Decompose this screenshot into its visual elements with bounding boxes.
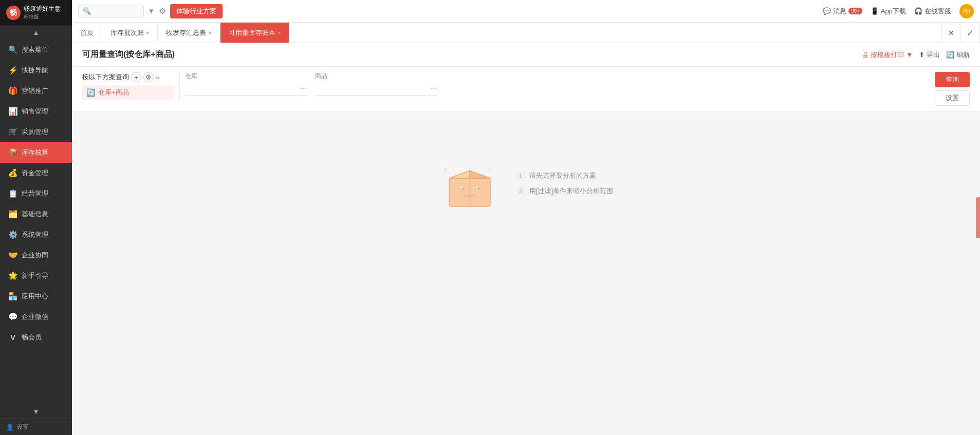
printer-icon: 🖨 [862,51,868,59]
right-scrollbar[interactable] [976,197,980,238]
sidebar-item-marketing[interactable]: 🎁 营销推广 [0,81,72,101]
page-content: 可用量查询(按仓库+商品) 🖨 按模板打印 ▼ ⬆ 导出 🔄 刷新 [72,43,980,435]
add-scheme-button[interactable]: + [131,72,141,82]
empty-tip-2: 2 用[过滤]条件来缩小分析范围 [516,186,613,196]
app-label: App下载 [881,7,906,16]
sidebar-item-inventory[interactable]: 📦 库存核算 [0,142,72,163]
tab-available-label: 可用量库存账本 [229,28,275,37]
filter-actions: 查询 设置 [935,72,970,106]
expand-button[interactable]: ⤢ [961,23,980,43]
sidebar-item-label: 库存核算 [22,148,48,157]
sidebar-item-sales[interactable]: 📊 销售管理 [0,101,72,122]
sidebar-item-system[interactable]: ⚙️ 系统管理 [0,224,72,245]
tabs-bar: 首页 库存批次账 × 收发存汇总表 × 可用量库存账本 × ✕ ⤢ [72,23,980,43]
sales-icon: 📊 [8,107,17,116]
headset-icon: 🎧 [914,7,922,15]
user-menu[interactable]: Rit [959,4,974,18]
search-box[interactable]: 🔍 [78,5,144,17]
sidebar-item-operations[interactable]: 📋 经营管理 [0,183,72,204]
message-badge[interactable]: 💬 消息 99+ [823,7,862,16]
sidebar-scroll-up[interactable]: ▲ [0,26,72,40]
sidebar-item-search[interactable]: 🔍 搜索菜单 [0,40,72,60]
topbar: 🔍 ▼ ⚙ 体验行业方案 💬 消息 99+ 📱 App下载 🎧 在线客服 Rit [72,0,980,23]
message-count: 99+ [848,8,862,14]
topbar-actions: 💬 消息 99+ 📱 App下载 🎧 在线客服 Rit [823,4,974,18]
tip-text-1: 请先选择要分析的方案 [529,171,596,180]
message-icon: 💬 [823,7,831,15]
sidebar-item-label: 企业协同 [22,251,48,260]
product-input[interactable] [315,85,428,92]
tabs-right-actions: ✕ ⤢ [941,23,980,43]
svg-text:?: ? [443,166,447,175]
operations-icon: 📋 [8,189,17,198]
sidebar-item-basic[interactable]: 🗂️ 基础信息 [0,204,72,224]
sidebar-item-finance[interactable]: 💰 资金管理 [0,163,72,183]
sidebar-item-wechat[interactable]: 💬 企业微信 [0,307,72,327]
sidebar-item-member[interactable]: V 畅会员 [0,327,72,348]
appstore-icon: 🏪 [8,292,17,301]
sidebar-scroll-down[interactable]: ▼ [0,405,72,419]
tab-batch-account[interactable]: 库存批次账 × [102,23,158,43]
avatar: Rit [959,4,974,18]
manage-scheme-button[interactable]: ⚙ [143,72,154,82]
sidebar-item-label: 快捷导航 [22,66,48,75]
sidebar-item-shortcut[interactable]: ⚡ 快捷导航 [0,60,72,81]
template-print-button[interactable]: 🖨 按模板打印 ▼ [862,50,913,60]
sidebar-user-icon: 👤 [6,424,14,431]
warehouse-input[interactable] [185,85,298,92]
dropdown-arrow-icon[interactable]: ▼ [148,7,155,15]
message-label: 消息 [833,7,846,16]
product-field: 商品 ··· [315,72,437,96]
search-input[interactable] [93,8,139,15]
page-header: 可用量查询(按仓库+商品) 🖨 按模板打印 ▼ ⬆ 导出 🔄 刷新 [72,43,980,67]
tab-home[interactable]: 首页 [72,23,102,43]
logo-title: 畅康通好生意 [24,5,61,13]
settings-button[interactable]: 设置 [935,90,970,106]
warehouse-input-wrap: ··· [185,82,307,96]
tab-summary[interactable]: 收发存汇总表 × [158,23,220,43]
export-icon: ⬆ [919,51,924,59]
app-download[interactable]: 📱 App下载 [871,7,906,16]
wechat-icon: 💬 [8,312,17,321]
svg-text:?: ? [490,176,493,182]
online-service[interactable]: 🎧 在线客服 [914,7,951,16]
tab-available[interactable]: 可用量库存账本 × [220,23,289,43]
empty-tip-1: 1 请先选择要分析的方案 [516,171,613,180]
tip-number-1: 1 [516,171,525,180]
filter-scheme-header: 按以下方案查询 + ⚙ « [82,72,174,82]
sidebar-item-newbie[interactable]: 🌟 新手引导 [0,266,72,286]
sidebar-logo: 畅 畅康通好生意 标准版 [0,0,72,26]
close-icon[interactable]: × [278,30,281,36]
finance-icon: 💰 [8,168,17,178]
sidebar-item-label: 营销推广 [22,86,48,96]
query-button[interactable]: 查询 [935,72,970,87]
refresh-button[interactable]: 🔄 刷新 [946,50,970,60]
close-icon[interactable]: × [208,30,211,36]
warehouse-field: 仓库 ··· [185,72,307,96]
sidebar-item-purchase[interactable]: 🛒 采购管理 [0,122,72,142]
search-icon: 🔍 [8,45,17,54]
filter-label: 按以下方案查询 [82,72,129,82]
sidebar-item-label: 新手引导 [22,271,48,280]
inventory-icon: 📦 [8,148,17,157]
svg-point-7 [461,187,464,189]
collapse-button[interactable]: « [156,73,159,81]
sidebar-item-label: 经营管理 [22,189,48,198]
close-tab-button[interactable]: ✕ [942,23,961,43]
warehouse-more-icon[interactable]: ··· [300,84,307,93]
sidebar-user[interactable]: 👤 设置 [0,419,72,435]
basic-icon: 🗂️ [8,210,17,219]
main-area: 🔍 ▼ ⚙ 体验行业方案 💬 消息 99+ 📱 App下载 🎧 在线客服 Rit [72,0,980,435]
trial-button[interactable]: 体验行业方案 [170,4,223,18]
newbie-icon: 🌟 [8,271,17,280]
sidebar-item-appstore[interactable]: 🏪 应用中心 [0,286,72,307]
close-icon[interactable]: × [146,30,149,36]
gear-icon[interactable]: ⚙ [159,6,166,16]
product-more-icon[interactable]: ··· [430,84,437,93]
export-button[interactable]: ⬆ 导出 [919,50,940,60]
svg-marker-1 [449,171,470,178]
empty-tips: 1 请先选择要分析的方案 2 用[过滤]条件来缩小分析范围 [516,171,613,196]
enterprise-icon: 🤝 [8,251,17,260]
scheme-item-warehouse-product[interactable]: 🔄 仓库+商品 [82,85,174,100]
sidebar-item-enterprise[interactable]: 🤝 企业协同 [0,245,72,266]
